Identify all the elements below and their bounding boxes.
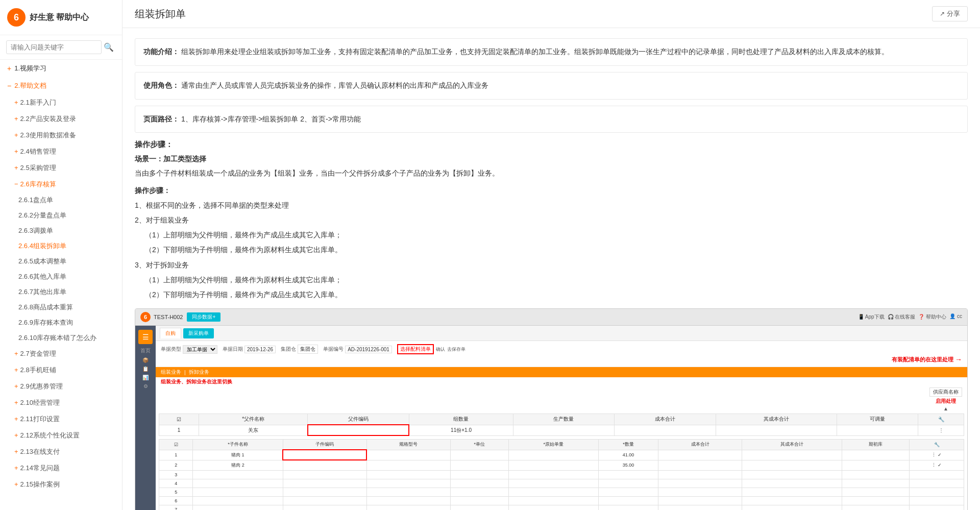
mock-btn-orange[interactable]: 同步数据+ [187,312,220,322]
sidebar-item-finance[interactable]: +2.7资金管理 [0,346,122,362]
step3-1: （1）上部明细为父件明细，最终作为原材料生成其它出库单； [145,274,968,286]
sidebar-item-2.6.3[interactable]: 2.6.3调拨单 [0,223,122,238]
mock-order-no: AD-20191226-001 [345,346,392,353]
feature-intro-text: 组装拆卸单用来处理企业组装或拆卸等加工业务，支持有固定装配清单的产品加工业务，也… [181,47,889,56]
sidebar-item-install[interactable]: +2.2产品安装及登录 [0,111,122,127]
scene1-title: 场景一：加工类型选择 [135,155,968,164]
mock-tab-new[interactable]: 新采购单 [183,328,214,338]
sidebar-item-payment[interactable]: +2.13在线支付 [0,444,122,460]
content-area: 功能介绍： 组装拆卸单用来处理企业组装或拆卸等加工业务，支持有固定装配清单的产品… [122,28,980,510]
mock-lower-table-area: ☑ *子件名称 子件编码 规格型号 *单位 *原始单量 *数量 成本合计 其成本… [156,436,967,510]
nav-menu: + 1.视频学习 − 2.帮助文档 +2.1新手入门 +2.2产品安装及登录 +… [0,60,122,493]
role-label: 使用角色： [143,81,179,89]
mock-annotation2-row: 组装业务、拆卸业务在这里切换 [156,377,967,386]
step1: 1、根据不同的业务，选择不同单据的类型来处理 [135,199,968,212]
annotation1-text: 有装配清单的在这里处理 [892,356,953,363]
mock-company: TEST-H002 [154,314,183,320]
mock-tab-active[interactable]: 自购 [160,328,181,338]
sidebar-item-newcomer[interactable]: +2.1新手入门 [0,94,122,111]
step3: 3、对于拆卸业务 [135,259,968,272]
sidebar-item-2.6.4[interactable]: 2.6.4组装拆卸单 [0,238,122,254]
sidebar-item-2.6.1[interactable]: 2.6.1盘点单 [0,192,122,208]
mock-lower-row-7: 7 [159,505,964,510]
ops-title: 操作步骤： [135,140,968,150]
ops-steps-title: 操作步骤： [135,184,968,197]
sidebar-item-inventory[interactable]: −2.6库存核算 [0,176,122,192]
step2-2: （2）下部明细为子件明细，最终作为原材料生成其它出库单。 [145,244,968,256]
mock-lower-row-5: 5 [159,488,964,496]
sidebar-item-2.6.7[interactable]: 2.6.7其他出库单 [0,284,122,300]
sidebar-item-docs[interactable]: − 2.帮助文档 [0,77,122,94]
minus-icon: − [7,82,11,90]
top-bar: 组装拆卸单 ↗ 分享 [122,0,980,28]
sidebar-item-cases[interactable]: +2.15操作案例 [0,476,122,493]
mock-annotation3-row: 供应商名称 启用处理 ▲ [156,386,967,414]
feature-intro-label: 功能介绍： [143,47,179,56]
mock-lower-row-6: 6 [159,496,964,505]
logo-area: 6 好生意 帮助中心 [0,0,122,35]
sidebar-item-2.6.5[interactable]: 2.6.5成本调整单 [0,254,122,269]
sidebar-item-2.6.9[interactable]: 2.6.9库存账本查询 [0,315,122,330]
sidebar-item-2.6.6[interactable]: 2.6.6其他入库单 [0,269,122,284]
path-block: 页面路径： 1、库存核算->库存管理->组装拆卸单 2、首页->常用功能 [135,106,968,133]
screenshot-mockup: 6 TEST-H002 同步数据+ 📱 App下载 🎧 在线客服 ❓ 帮助中心 … [135,308,968,510]
sidebar-item-predata[interactable]: +2.3使用前数据准备 [0,127,122,143]
mock-upper-table-area: ☑ *父件名称 父件编码 组数量 生产数量 成本合计 其成本合计 可调量 🔧 [156,414,967,436]
sidebar-item-2.6.2[interactable]: 2.6.2分量盘点单 [0,208,122,223]
mock-switcher-bar: 组装业务 | 拆卸业务 [156,367,967,377]
sidebar-item-sales[interactable]: +2.4销售管理 [0,143,122,160]
page-title: 组装拆卸单 [135,7,186,21]
mock-form-area: 单据类型 加工单据 单据日期 2019-12-26 集团仓 [156,341,967,367]
sidebar-item-2.6.8[interactable]: 2.6.8商品成本重算 [0,300,122,315]
sidebar-item-mgmt[interactable]: +2.10经营管理 [0,395,122,411]
path-text: 1、库存核算->库存管理->组装拆卸单 2、首页->常用功能 [181,115,361,123]
mock-left-icons: ☰ 首页 📦 📋 📊 ⚙ [135,326,156,510]
main-area: 组装拆卸单 ↗ 分享 功能介绍： 组装拆卸单用来处理企业组装或拆卸等加工业务，支… [122,0,980,510]
mock-order-type[interactable]: 加工单据 [183,345,217,354]
mock-switcher-label: 组装业务 [161,369,181,376]
step2-1: （1）上部明细为父件明细，最终作为产成品生成其它入库单； [145,229,968,241]
mock-upper-row-1: 1 关东 11份×1.0 ⋮ [159,425,964,435]
sidebar-item-personalize[interactable]: +2.12系统个性化设置 [0,427,122,444]
mock-right-icons: 📱 App下载 🎧 在线客服 ❓ 帮助中心 👤 cc [858,313,962,321]
role-block: 使用角色： 通常由生产人员或库管人员完成拆装业务的操作，库管人员确认原材料的出库… [135,72,968,100]
sidebar-item-mobile[interactable]: +2.8手机旺铺 [0,362,122,378]
mock-logo: 6 [140,312,151,322]
mock-lower-table: ☑ *子件名称 子件编码 规格型号 *单位 *原始单量 *数量 成本合计 其成本… [159,439,964,510]
nav-sub-items-inventory: 2.6.1盘点单 2.6.2分量盘点单 2.6.3调拨单 2.6.4组装拆卸单 … [0,192,122,346]
step3-2: （2）下部明细为子件明细，最终作为产成品生成其它入库单。 [145,288,968,301]
search-button[interactable]: 🔍 [102,41,116,53]
share-button[interactable]: ↗ 分享 [932,6,968,21]
plus-icon: + [7,64,11,72]
mock-warehouse: 集团仓 [298,345,318,354]
logo-icon: 6 [7,8,26,27]
logo-text: 好生意 帮助中心 [30,12,89,23]
feature-intro-block: 功能介绍： 组装拆卸单用来处理企业组装或拆卸等加工业务，支持有固定装配清单的产品… [135,38,968,66]
ops-section: 操作步骤： 场景一：加工类型选择 当由多个子件材料组装成一个成品的业务为【组装】… [135,140,968,301]
mock-lower-row-1: 1 猪肉 1 41.00 [159,450,964,460]
sidebar: 6 好生意 帮助中心 🔍 + 1.视频学习 − 2.帮助文档 +2.1新手入门 [0,0,122,510]
step2: 2、对于组装业务 [135,214,968,227]
mock-tab-bar: 自购 新采购单 [156,326,967,341]
sidebar-item-coupon[interactable]: +2.9优惠券管理 [0,378,122,395]
mock-supply-field[interactable]: 供应商名称 [929,387,962,397]
sidebar-item-video[interactable]: + 1.视频学习 [0,60,122,77]
annotation2-text: 组装业务、拆卸业务在这里切换 [161,378,232,385]
mock-assembly-btn[interactable]: 选择配料清单 [397,344,434,354]
role-text: 通常由生产人员或库管人员完成拆装业务的操作，库管人员确认原材料的出库和产成品的入… [181,81,488,89]
mock-upper-table: ☑ *父件名称 父件编码 组数量 生产数量 成本合计 其成本合计 可调量 🔧 [159,414,964,436]
sidebar-item-purchase[interactable]: +2.5采购管理 [0,160,122,176]
nav-group-docs: − 2.帮助文档 +2.1新手入门 +2.2产品安装及登录 +2.3使用前数据准… [0,77,122,493]
sidebar-item-faq[interactable]: +2.14常见问题 [0,460,122,476]
search-area: 🔍 [0,35,122,60]
nav-group-video: + 1.视频学习 [0,60,122,77]
scene1-desc: 当由多个子件材料组装成一个成品的业务为【组装】业务，当由一个父件拆分成多个子产品… [135,167,968,180]
path-label: 页面路径： [143,115,179,123]
nav-sub-items-docs: +2.1新手入门 +2.2产品安装及登录 +2.3使用前数据准备 +2.4销售管… [0,94,122,493]
mock-lower-row-2: 2 猪肉 2 35.00 [159,460,964,470]
mock-order-date: 2019-12-26 [244,346,276,353]
sidebar-item-print[interactable]: +2.11打印设置 [0,411,122,427]
sidebar-item-2.6.10[interactable]: 2.6.10库存账本错了怎么办 [0,330,122,346]
search-input[interactable] [6,40,102,54]
mock-lower-row-3: 3 [159,470,964,479]
